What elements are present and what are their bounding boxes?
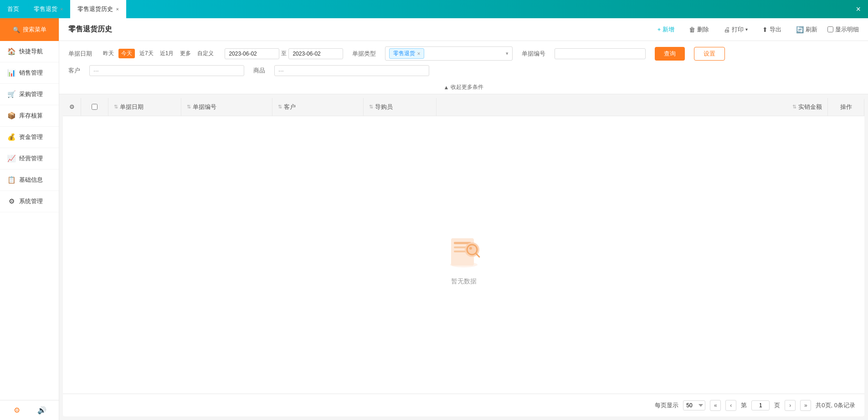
delete-button[interactable]: 🗑 删除 bbox=[684, 23, 714, 36]
sidebar-settings-icon[interactable]: ⚙ bbox=[10, 404, 23, 417]
th-setting[interactable]: ⚙ bbox=[63, 98, 81, 116]
empty-illustration bbox=[441, 225, 487, 270]
export-icon: ⬆ bbox=[762, 26, 768, 33]
date-btn-yesterday[interactable]: 昨天 bbox=[101, 49, 116, 58]
sidebar-item-basic-info[interactable]: 📋 基础信息 bbox=[0, 169, 59, 191]
collapse-label: 收起更多条件 bbox=[451, 83, 483, 91]
empty-state: 暂无数据 bbox=[63, 116, 864, 394]
th-customer[interactable]: ⇅ 客户 bbox=[272, 98, 364, 116]
page-last-button[interactable]: » bbox=[800, 400, 811, 411]
sidebar-item-operations[interactable]: 📈 经营管理 bbox=[0, 148, 59, 169]
sales-icon: 📊 bbox=[7, 69, 15, 77]
sidebar-search-label: 搜索菜单 bbox=[23, 26, 46, 34]
finance-icon: 💰 bbox=[7, 133, 15, 141]
svg-point-8 bbox=[469, 247, 472, 250]
per-page-select[interactable]: 10 20 50 100 bbox=[683, 400, 705, 410]
goods-dots: ··· bbox=[278, 67, 284, 74]
page-prev-button[interactable]: ‹ bbox=[725, 400, 736, 411]
print-button[interactable]: 🖨 打印 ▾ bbox=[719, 23, 752, 36]
page-first-button[interactable]: « bbox=[710, 400, 721, 411]
main-layout: 🔍 搜索菜单 🏠 快捷导航 📊 销售管理 🛒 采购管理 📦 库存核算 💰 bbox=[0, 18, 868, 420]
amount-sort-icon[interactable]: ⇅ bbox=[792, 104, 796, 109]
filter-area: 单据日期 昨天 今天 近7天 近1月 更多 自定义 至 单据类型 bbox=[59, 41, 868, 94]
sidebar-item-quick-nav[interactable]: 🏠 快捷导航 bbox=[0, 41, 59, 62]
refresh-button[interactable]: 🔄 刷新 bbox=[791, 23, 822, 36]
page-title: 零售退货历史 bbox=[68, 25, 112, 34]
page-next-button[interactable]: › bbox=[785, 400, 796, 411]
basic-info-icon: 📋 bbox=[7, 176, 15, 184]
page-input[interactable] bbox=[751, 400, 770, 410]
show-detail-checkbox-wrap[interactable]: 显示明细 bbox=[827, 26, 859, 34]
date-btn-custom[interactable]: 自定义 bbox=[195, 49, 216, 58]
show-detail-checkbox[interactable] bbox=[827, 26, 833, 32]
tab-retail-return[interactable]: 零售退货 × bbox=[26, 0, 70, 18]
window-close-button[interactable]: × bbox=[848, 5, 868, 14]
date-from-input[interactable] bbox=[225, 48, 279, 59]
total-label: 共0页, 0条记录 bbox=[816, 401, 855, 410]
export-button[interactable]: ⬆ 导出 bbox=[758, 23, 786, 36]
collapse-icon: ▲ bbox=[444, 84, 449, 91]
bill-type-select[interactable]: 零售退货 × ▾ bbox=[385, 46, 513, 61]
goods-input[interactable]: ··· bbox=[274, 65, 429, 76]
guide-sort-icon[interactable]: ⇅ bbox=[369, 104, 373, 109]
date-btn-1month[interactable]: 近1月 bbox=[158, 49, 176, 58]
page-current-label: 第 bbox=[741, 401, 747, 410]
sidebar-item-system[interactable]: ⚙ 系统管理 bbox=[0, 191, 59, 212]
pagination: 每页显示 10 20 50 100 « ‹ 第 页 › » 共0页, 0条记录 bbox=[63, 394, 864, 416]
query-button[interactable]: 查询 bbox=[655, 47, 685, 61]
page-unit-label: 页 bbox=[774, 401, 780, 410]
table-area: ⚙ ⇅ 单据日期 ⇅ 单据编号 ⇅ 客户 ⇅ bbox=[63, 98, 864, 416]
print-icon: 🖨 bbox=[724, 26, 730, 33]
sidebar-item-purchase[interactable]: 🛒 采购管理 bbox=[0, 84, 59, 105]
sidebar-bottom: ⚙ 🔊 bbox=[0, 400, 59, 420]
sidebar-item-label: 采购管理 bbox=[19, 90, 43, 98]
top-bar: 首页 零售退货 × 零售退货历史 × × bbox=[0, 0, 868, 18]
tab-home[interactable]: 首页 bbox=[0, 0, 26, 18]
bill-type-tag-close[interactable]: × bbox=[417, 51, 420, 57]
home-icon: 🏠 bbox=[7, 47, 15, 56]
date-quick-group: 昨天 今天 近7天 近1月 更多 自定义 bbox=[101, 49, 216, 58]
select-all-checkbox[interactable] bbox=[92, 104, 98, 110]
collapse-bar[interactable]: ▲ 收起更多条件 bbox=[68, 81, 859, 94]
filter-settings-button[interactable]: 设置 bbox=[694, 47, 725, 61]
sidebar-item-label: 系统管理 bbox=[19, 197, 43, 205]
setting-icon: ⚙ bbox=[69, 103, 75, 110]
purchase-icon: 🛒 bbox=[7, 90, 15, 98]
svg-line-7 bbox=[476, 254, 479, 257]
date-btn-today[interactable]: 今天 bbox=[118, 49, 135, 58]
customer-input[interactable]: ··· bbox=[89, 65, 244, 76]
sidebar-item-sales[interactable]: 📊 销售管理 bbox=[0, 62, 59, 84]
th-checkbox[interactable] bbox=[81, 98, 108, 116]
date-to-input[interactable] bbox=[288, 48, 343, 59]
date-btn-more[interactable]: 更多 bbox=[178, 49, 193, 58]
date-sort-icon[interactable]: ⇅ bbox=[114, 104, 118, 109]
print-dropdown-icon: ▾ bbox=[745, 27, 748, 32]
system-icon: ⚙ bbox=[7, 197, 15, 205]
new-button[interactable]: + 新增 bbox=[653, 23, 679, 36]
th-number[interactable]: ⇅ 单据编号 bbox=[181, 98, 272, 116]
sidebar-item-label: 经营管理 bbox=[19, 154, 43, 163]
delete-icon: 🗑 bbox=[689, 26, 695, 33]
operations-icon: 📈 bbox=[7, 154, 15, 163]
bill-type-arrow: ▾ bbox=[506, 51, 508, 56]
date-btn-7days[interactable]: 近7天 bbox=[138, 49, 155, 58]
sidebar: 🔍 搜索菜单 🏠 快捷导航 📊 销售管理 🛒 采购管理 📦 库存核算 💰 bbox=[0, 18, 59, 420]
sidebar-item-label: 快捷导航 bbox=[19, 47, 43, 56]
content-area: 零售退货历史 + 新增 🗑 删除 🖨 打印 ▾ ⬆ 导出 bbox=[59, 18, 868, 420]
sidebar-speaker-icon[interactable]: 🔊 bbox=[36, 404, 48, 417]
th-amount[interactable]: ⇅ 实销金额 bbox=[437, 98, 828, 116]
tab-retail-return-close[interactable]: × bbox=[60, 6, 63, 12]
filter-row-2: 客户 ··· 商品 ··· bbox=[68, 65, 859, 76]
tab-retail-return-history[interactable]: 零售退货历史 × bbox=[70, 0, 126, 18]
th-guide[interactable]: ⇅ 导购员 bbox=[364, 98, 437, 116]
filter-row-1: 单据日期 昨天 今天 近7天 近1月 更多 自定义 至 单据类型 bbox=[68, 46, 859, 61]
sidebar-search[interactable]: 🔍 搜索菜单 bbox=[0, 18, 59, 41]
customer-sort-icon[interactable]: ⇅ bbox=[278, 104, 282, 109]
bill-number-input[interactable] bbox=[555, 48, 646, 59]
page-header: 零售退货历史 + 新增 🗑 删除 🖨 打印 ▾ ⬆ 导出 bbox=[59, 18, 868, 41]
th-date[interactable]: ⇅ 单据日期 bbox=[108, 98, 181, 116]
number-sort-icon[interactable]: ⇅ bbox=[187, 104, 191, 109]
sidebar-item-inventory[interactable]: 📦 库存核算 bbox=[0, 105, 59, 127]
sidebar-item-finance[interactable]: 💰 资金管理 bbox=[0, 127, 59, 148]
tab-retail-return-history-close[interactable]: × bbox=[116, 6, 118, 12]
